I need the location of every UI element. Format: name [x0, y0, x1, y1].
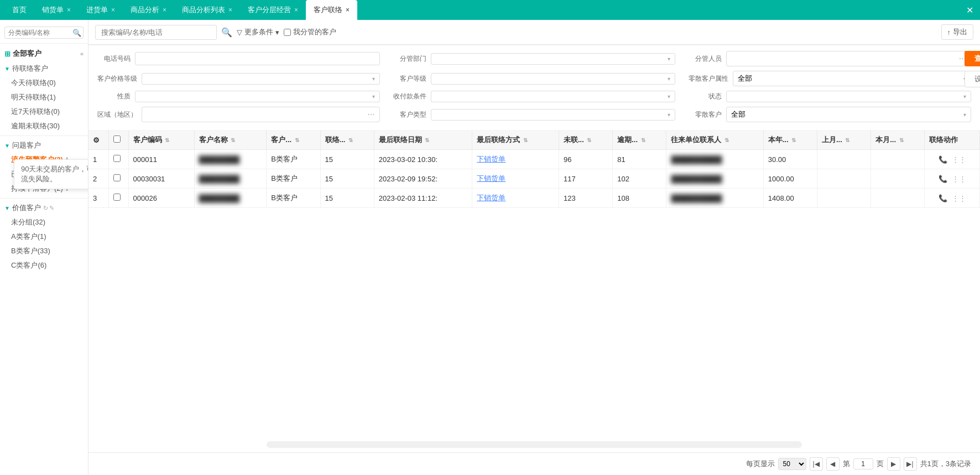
tab-sales[interactable]: 销货单 × — [34, 0, 79, 20]
tab-customer-tier[interactable]: 客户分层经营 × — [240, 0, 306, 20]
filter-search-input[interactable] — [95, 25, 217, 40]
sort-icon-type[interactable]: ⇅ — [295, 137, 299, 143]
tab-close-customer-contact[interactable]: × — [346, 6, 350, 14]
last-page-button[interactable]: ▶| — [904, 457, 917, 471]
sidebar-group-pending[interactable]: ▼ 待联络客户 — [0, 61, 88, 76]
sidebar-item-a-class[interactable]: A类客户(1) — [0, 229, 88, 244]
per-page-select[interactable]: 50 100 — [778, 458, 806, 470]
phone-input[interactable] — [135, 52, 380, 65]
tab-close-customer-tier[interactable]: × — [294, 6, 298, 14]
cell-method-1[interactable]: 下销货单 — [472, 169, 559, 189]
horizontal-scrollbar[interactable] — [267, 441, 801, 448]
page-number-input[interactable] — [853, 458, 873, 469]
tab-purchase[interactable]: 进货单 × — [79, 0, 123, 20]
price-select[interactable]: ▾ — [142, 73, 380, 85]
sidebar-item-today[interactable]: 今天待联络(0) — [0, 76, 88, 90]
zero-customer-label: 零散客户 — [689, 110, 722, 119]
sidebar-all-customers[interactable]: ⊞ 全部客户 « — [0, 46, 88, 61]
th-settings[interactable]: ⚙ — [88, 131, 108, 150]
sidebar-group-problem[interactable]: ▼ 问题客户 — [0, 138, 88, 153]
filter-more-button[interactable]: ▽ 更多条件 ▾ — [237, 27, 279, 37]
method-link-0[interactable]: 下销货单 — [477, 155, 505, 163]
sidebar-search-input[interactable] — [4, 27, 84, 39]
action-more-icon-0[interactable]: ⋮⋮ — [952, 155, 966, 164]
method-link-2[interactable]: 下销货单 — [477, 194, 505, 202]
row-checkbox-2[interactable] — [113, 194, 121, 201]
cell-actions-1[interactable]: 📞 ⋮⋮ — [925, 169, 980, 189]
method-link-1[interactable]: 下销货单 — [477, 174, 505, 182]
sort-icon-code[interactable]: ⇅ — [165, 137, 169, 143]
cell-actions-0[interactable]: 📞 ⋮⋮ — [925, 150, 980, 169]
sort-icon-method[interactable]: ⇅ — [523, 137, 528, 143]
level-select[interactable]: ▾ — [431, 73, 676, 85]
status-select[interactable]: ▾ — [726, 91, 971, 102]
sort-icon-name[interactable]: ⇅ — [231, 137, 235, 143]
sidebar-item-week[interactable]: 近7天待联络(0) — [0, 105, 88, 119]
sort-icon-contact[interactable]: ⇅ — [348, 137, 353, 143]
sidebar-item-tomorrow[interactable]: 明天待联络(1) — [0, 90, 88, 105]
action-more-icon-2[interactable]: ⋮⋮ — [952, 194, 966, 202]
tab-product-list[interactable]: 商品分析列表 × — [174, 0, 240, 20]
zero-attr-select[interactable]: 全部 ▾ — [733, 71, 971, 86]
next-page-button[interactable]: ▶ — [887, 457, 900, 471]
sort-icon-related[interactable]: ⇅ — [724, 137, 729, 143]
first-page-button[interactable]: |◀ — [810, 457, 823, 471]
tab-close-purchase[interactable]: × — [111, 6, 115, 14]
staff-select[interactable]: ··· — [726, 51, 971, 66]
zero-customer-select[interactable]: 全部 ▾ — [726, 107, 971, 122]
region-dots[interactable]: ··· — [367, 109, 374, 119]
sort-icon-date[interactable]: ⇅ — [425, 137, 429, 143]
th-checkbox[interactable] — [108, 131, 128, 150]
sort-icon-last-month[interactable]: ⇅ — [845, 137, 849, 143]
sidebar-item-b-class[interactable]: B类客户(33) — [0, 244, 88, 258]
sidebar-item-ungrouped[interactable]: 未分组(32) — [0, 215, 88, 229]
row-checkbox-1[interactable] — [113, 174, 121, 181]
export-button[interactable]: ↑ 导出 — [941, 24, 974, 40]
dept-select[interactable]: ▾ — [431, 53, 676, 65]
cell-method-2[interactable]: 下销货单 — [472, 189, 559, 208]
tab-close-sales[interactable]: × — [67, 6, 71, 14]
sort-icon-overdue[interactable]: ⇅ — [641, 137, 645, 143]
cell-last-month-1 — [817, 169, 870, 189]
tab-close-product-analysis[interactable]: × — [163, 6, 166, 14]
region-select[interactable]: ··· — [142, 107, 380, 122]
tab-customer-contact[interactable]: 客户联络 × — [306, 0, 357, 20]
payment-label: 收付款条件 — [393, 92, 426, 101]
sort-icon-uncontacted[interactable]: ⇅ — [587, 137, 591, 143]
action-contact-icon-1[interactable]: 📞 — [939, 175, 947, 183]
sort-icon-year[interactable]: ⇅ — [791, 137, 796, 143]
row-checkbox-0[interactable] — [113, 155, 121, 162]
app-close-button[interactable]: ✕ — [966, 5, 973, 15]
action-more-icon-1[interactable]: ⋮⋮ — [952, 175, 966, 183]
sidebar-group-value[interactable]: ▼ 价值客户 ↻ ✎ — [0, 201, 88, 215]
settings-button[interactable]: 设置 — [965, 71, 980, 87]
customer-type-select[interactable]: ▾ — [431, 109, 676, 121]
edit-icon[interactable]: ✎ — [49, 205, 54, 212]
tab-home[interactable]: 首页 — [4, 0, 34, 20]
cell-checkbox-0[interactable] — [108, 150, 128, 169]
tab-product-analysis[interactable]: 商品分析 × — [123, 0, 174, 20]
cell-checkbox-1[interactable] — [108, 169, 128, 189]
prev-page-button[interactable]: ◀ — [826, 457, 840, 471]
my-customers-checkbox[interactable] — [284, 29, 291, 36]
sidebar-item-overdue[interactable]: 逾期未联络(30) — [0, 119, 88, 133]
select-all-checkbox[interactable] — [113, 135, 121, 143]
gender-select[interactable]: ▾ — [135, 91, 380, 102]
filter-payment-row: 收付款条件 ▾ — [393, 91, 676, 102]
tab-close-product-list[interactable]: × — [228, 6, 232, 14]
cell-method-0[interactable]: 下销货单 — [472, 150, 559, 169]
blurred-related-1: ██████████ — [671, 175, 722, 183]
sidebar-item-c-class[interactable]: C类客户(6) — [0, 258, 88, 273]
level-label: 客户等级 — [393, 74, 426, 83]
query-button[interactable]: 查询 — [965, 51, 980, 66]
action-contact-icon-2[interactable]: 📞 — [939, 194, 947, 202]
filter-search-button[interactable]: 🔍 — [221, 27, 232, 38]
refresh-icon[interactable]: ↻ — [43, 205, 48, 212]
sort-icon-this-month[interactable]: ⇅ — [899, 137, 904, 143]
filter-price-row: 客户价格等级 ▾ — [97, 71, 380, 86]
cell-checkbox-2[interactable] — [108, 189, 128, 208]
action-contact-icon-0[interactable]: 📞 — [939, 155, 947, 164]
cell-actions-2[interactable]: 📞 ⋮⋮ — [925, 189, 980, 208]
my-customers-label[interactable]: 我分管的客户 — [284, 27, 336, 37]
payment-select[interactable]: ▾ — [431, 91, 676, 102]
